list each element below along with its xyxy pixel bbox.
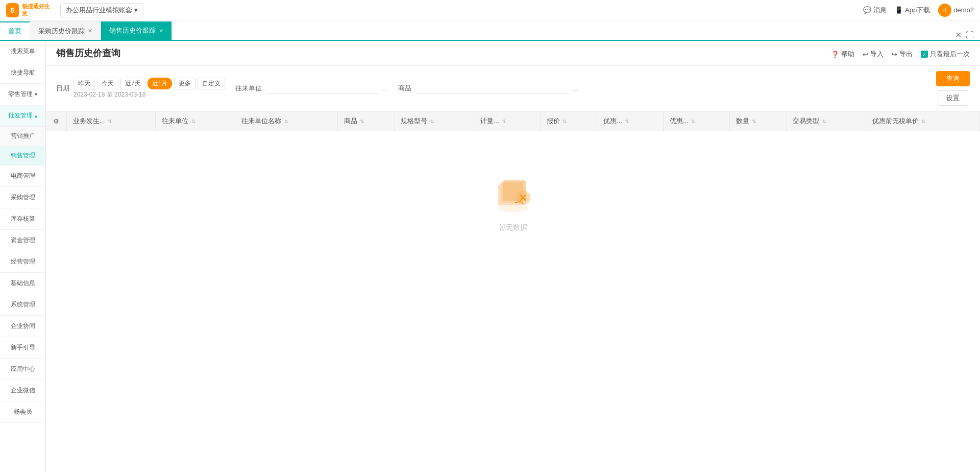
close-all-tabs-icon[interactable]: ✕ — [955, 30, 962, 40]
sidebar-item-system[interactable]: 系统管理 — [0, 294, 45, 316]
date-btn-yesterday[interactable]: 昨天 — [74, 78, 95, 89]
sidebar-item-search[interactable]: 搜索菜单 — [0, 41, 45, 62]
partner-input[interactable] — [266, 83, 378, 93]
sort-icon: ⇅ — [562, 119, 567, 124]
finance-label: 资金管理 — [11, 237, 35, 244]
sidebar-item-inventory[interactable]: 库存核算 — [0, 208, 45, 230]
th-discount1[interactable]: 优惠... ⇅ — [597, 111, 663, 131]
tab-home[interactable]: 首页 — [0, 21, 30, 40]
help-button[interactable]: ❓ 帮助 — [831, 50, 854, 59]
tab-sales-history[interactable]: 销售历史价跟踪 ✕ — [101, 21, 172, 40]
th-goods[interactable]: 商品 ⇅ — [337, 111, 394, 131]
th-unit[interactable]: 计量... ⇅ — [474, 111, 540, 131]
sort-icon: ⇅ — [822, 119, 826, 124]
app-download-label: App下载 — [905, 6, 930, 15]
th-quoted-price[interactable]: 报价 ⇅ — [540, 111, 597, 131]
date-btn-custom[interactable]: 自定义 — [198, 78, 225, 89]
sidebar-item-retail[interactable]: 零售管理 ▾ — [0, 84, 45, 105]
partner-filter-group: 往来单位 ... — [235, 83, 388, 93]
import-button[interactable]: ↩ 导入 — [863, 50, 884, 59]
query-button[interactable]: 查询 — [936, 71, 970, 86]
export-button[interactable]: ↪ 导出 — [892, 50, 913, 59]
date-btn-more[interactable]: 更多 — [174, 78, 195, 89]
close-tab-sales-icon[interactable]: ✕ — [159, 28, 163, 34]
th-quantity[interactable]: 数量 ⇅ — [729, 111, 786, 131]
sort-icon: ⇅ — [502, 119, 506, 124]
weixin-label: 企业微信 — [11, 387, 35, 394]
filter-actions: 查询 设置 — [936, 71, 970, 106]
sort-icon: ⇅ — [284, 119, 288, 124]
settings-button[interactable]: 设置 — [938, 90, 968, 106]
sidebar-item-operations[interactable]: 经营管理 — [0, 251, 45, 273]
workspace-selector[interactable]: 办公用品行业模拟账套 ▾ — [60, 3, 143, 17]
sidebar-item-basic-info[interactable]: 基础信息 — [0, 273, 45, 294]
th-trade-type[interactable]: 交易类型 ⇅ — [786, 111, 866, 131]
sort-icon: ⇅ — [691, 119, 695, 124]
th-partner-name[interactable]: 往来单位名称 ⇅ — [235, 111, 338, 131]
sidebar-item-app-center[interactable]: 应用中心 — [0, 359, 45, 380]
th-biz-date[interactable]: 业务发生... ⇅ — [66, 111, 156, 131]
wholesale-label: 批发管理 — [8, 111, 33, 120]
sidebar-item-member[interactable]: 畅会员 — [0, 402, 45, 423]
data-table: ⚙ 业务发生... ⇅ 往来单位 ⇅ 往来单位名称 ⇅ — [46, 111, 980, 131]
date-btn-today[interactable]: 今天 — [97, 78, 118, 89]
tab-purchase-history[interactable]: 采购历史价跟踪 ✕ — [30, 21, 101, 40]
only-last-checkbox[interactable]: ✓ 只看最后一次 — [921, 50, 970, 59]
marketing-label: 营销推广 — [11, 132, 35, 139]
system-label: 系统管理 — [11, 301, 35, 308]
table-header-row: ⚙ 业务发生... ⇅ 往来单位 ⇅ 往来单位名称 ⇅ — [46, 111, 980, 131]
table-area: ⚙ 业务发生... ⇅ 往来单位 ⇅ 往来单位名称 ⇅ — [46, 111, 980, 472]
shortcut-label: 快捷导航 — [11, 69, 35, 76]
retail-label: 零售管理 — [8, 90, 33, 99]
sidebar-item-finance[interactable]: 资金管理 — [0, 230, 45, 251]
sort-icon: ⇅ — [752, 119, 756, 124]
app-download-button[interactable]: 📱 App下载 — [895, 6, 930, 15]
username-label: demo2 — [953, 6, 974, 14]
date-btn-7days[interactable]: 近7天 — [120, 78, 145, 89]
partner-filter-label: 往来单位 — [235, 84, 262, 93]
sidebar-item-sales-mgmt[interactable]: 销售管理 — [0, 146, 45, 166]
search-label: 搜索菜单 — [11, 48, 35, 55]
chevron-down-icon: ▾ — [134, 6, 138, 14]
th-pre-discount-price[interactable]: 优惠前无税单价 ⇅ — [866, 111, 979, 131]
message-button[interactable]: 💬 消息 — [863, 6, 887, 15]
goods-input[interactable] — [415, 83, 569, 93]
date-filter-label: 日期 — [56, 84, 69, 93]
th-partner-code[interactable]: 往来单位 ⇅ — [156, 111, 235, 131]
th-discount2[interactable]: 优惠... ⇅ — [663, 111, 729, 131]
close-tab-purchase-icon[interactable]: ✕ — [88, 28, 92, 34]
empty-text: 暂无数据 — [499, 223, 527, 232]
guide-label: 新手引导 — [11, 344, 35, 351]
sidebar-item-shortcut[interactable]: 快捷导航 — [0, 62, 45, 84]
filter-bar: 日期 昨天 今天 近7天 近1月 更多 自定义 2023-02-18 至 202… — [46, 66, 980, 111]
maximize-icon[interactable]: ⛶ — [966, 31, 974, 40]
sidebar-item-enterprise[interactable]: 企业协同 — [0, 316, 45, 337]
sidebar-item-ecommerce[interactable]: 电商管理 — [0, 166, 45, 187]
operations-label: 经营管理 — [11, 258, 35, 265]
date-btn-1month[interactable]: 近1月 — [148, 78, 173, 89]
th-spec[interactable]: 规格型号 ⇅ — [394, 111, 474, 131]
th-settings[interactable]: ⚙ — [46, 111, 66, 131]
enterprise-label: 企业协同 — [11, 322, 35, 329]
sort-icon: ⇅ — [921, 119, 925, 124]
tabbar-right: ✕ ⛶ — [955, 30, 980, 40]
main-layout: 搜索菜单 快捷导航 零售管理 ▾ 批发管理 ▴ 营销推广 销售管理 电商管理 采… — [0, 41, 980, 472]
user-menu[interactable]: d demo2 — [938, 4, 974, 17]
ecommerce-label: 电商管理 — [11, 172, 35, 179]
sort-icon: ⇅ — [191, 119, 195, 124]
sidebar-item-marketing[interactable]: 营销推广 — [0, 127, 45, 146]
page-header: 销售历史价查询 ❓ 帮助 ↩ 导入 ↪ 导出 ✓ — [46, 41, 980, 66]
logo-text: 畅捷通好生意 — [22, 3, 52, 16]
sidebar-item-purchase[interactable]: 采购管理 — [0, 187, 45, 208]
empty-illustration — [490, 172, 536, 218]
sidebar-item-guide[interactable]: 新手引导 — [0, 337, 45, 359]
sidebar-item-weixin[interactable]: 企业微信 — [0, 380, 45, 402]
sidebar-item-wholesale[interactable]: 批发管理 ▴ — [0, 105, 45, 127]
chevron-down-icon: ▾ — [35, 91, 37, 97]
app-center-label: 应用中心 — [11, 365, 35, 372]
inventory-label: 库存核算 — [11, 215, 35, 222]
content-area: 销售历史价查询 ❓ 帮助 ↩ 导入 ↪ 导出 ✓ — [46, 41, 980, 472]
topbar-right: 💬 消息 📱 App下载 d demo2 — [863, 4, 974, 17]
logo-icon: 6 — [6, 3, 19, 17]
date-buttons: 昨天 今天 近7天 近1月 更多 自定义 — [74, 78, 225, 89]
